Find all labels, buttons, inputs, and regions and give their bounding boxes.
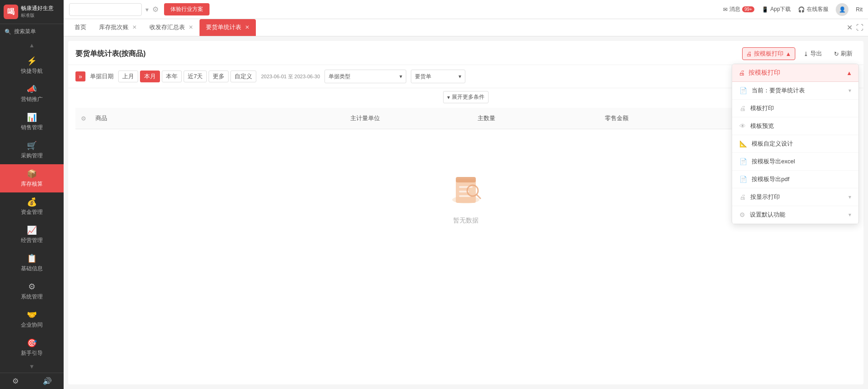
dropdown-display-print-label: 按显示打印 <box>750 193 780 201</box>
date-btn-this-year[interactable]: 本年 <box>162 71 182 82</box>
sidebar-item-purchase[interactable]: 🛒 采购管理 <box>0 136 64 164</box>
chevron-down-icon: ▾ <box>447 94 450 101</box>
date-btn-custom[interactable]: 自定义 <box>230 71 256 82</box>
headset-icon: 🎧 <box>798 6 805 13</box>
tab-batch-account[interactable]: 库存批次账 ✕ <box>93 19 143 36</box>
sidebar-item-inventory[interactable]: 📦 库存核算 <box>0 164 64 192</box>
goods-filter-select[interactable]: 要货单 ▾ <box>411 70 465 83</box>
sidebar-item-collab[interactable]: 🤝 企业协同 <box>0 305 64 333</box>
sidebar-item-label: 系统管理 <box>21 293 43 301</box>
tab-close-batch-account[interactable]: ✕ <box>132 24 137 30</box>
dropdown-template-print-item[interactable]: 🖨 模板打印 <box>732 100 858 117</box>
print-btn[interactable]: 🖨 按模板打印 ▲ <box>742 47 795 60</box>
date-filter-label: 单据日期 <box>90 72 114 81</box>
date-selector: 上月 本月 本年 近7天 更多 自定义 <box>118 71 256 82</box>
sidebar-item-label: 基础信息 <box>21 265 43 273</box>
dropdown-template-design-item[interactable]: 📐 模板自定义设计 <box>732 135 858 153</box>
dropdown-current-chevron: ▾ <box>848 87 851 94</box>
sidebar-item-basic[interactable]: 📋 基础信息 <box>0 249 64 277</box>
expand-more-btn[interactable]: ▾ 展开更多条件 <box>443 91 489 103</box>
empty-text: 暂无数据 <box>453 217 479 225</box>
dropdown-current-item[interactable]: 📄 当前：要货单统计表 ▾ <box>732 82 858 100</box>
tab-close-all-icon[interactable]: ✕ <box>847 23 853 32</box>
avatar[interactable]: 👤 <box>836 3 848 16</box>
trial-btn[interactable]: 体验行业方案 <box>164 3 210 15</box>
topbar-search-input[interactable] <box>69 3 142 16</box>
app-subtitle: 标准版 <box>21 12 54 19</box>
table-col-unit: 主计量单位 <box>347 112 474 124</box>
sidebar-item-operation[interactable]: 📈 经营管理 <box>0 221 64 249</box>
user-name[interactable]: Rit <box>856 6 863 13</box>
scroll-up-btn[interactable]: ▲ <box>0 40 64 51</box>
dropdown-template-excel-item[interactable]: 📄 按模板导出excel <box>732 153 858 171</box>
tab-close-order-stats[interactable]: ✕ <box>245 24 249 30</box>
date-btn-last-month[interactable]: 上月 <box>118 71 138 82</box>
marketing-icon: 📣 <box>27 84 37 94</box>
dropdown-set-default-chevron: ▾ <box>848 212 851 218</box>
app-download-action[interactable]: 📱 App下载 <box>762 5 791 13</box>
date-btn-more[interactable]: 更多 <box>209 71 229 82</box>
sidebar-bottom: ⚙ 🔊 <box>0 373 64 389</box>
filter-expand-btn[interactable]: » <box>75 71 85 81</box>
dropdown-template-pdf-item[interactable]: 📄 按模板导出pdf <box>732 171 858 188</box>
sidebar-item-label: 新手引导 <box>21 349 43 357</box>
sidebar: 喝 畅康通好生意 标准版 🔍 搜索菜单 ▲ ⚡ 快捷导航 📣 营销推广 📊 销售… <box>0 0 64 389</box>
svg-point-7 <box>469 187 476 194</box>
tab-expand-icon[interactable]: ⛶ <box>856 24 863 32</box>
topbar: ▾ ⚙ 体验行业方案 ✉ 消息 99+ 📱 App下载 🎧 在线客服 👤 Rit <box>64 0 868 19</box>
avatar-icon: 👤 <box>839 6 846 13</box>
inventory-icon: 📦 <box>27 169 37 179</box>
sidebar-item-marketing[interactable]: 📣 营销推广 <box>0 80 64 108</box>
print-dropdown-popup: 🖨 按模板打印 ▲ 📄 当前：要货单统计表 ▾ 🖨 模板打印 👁 模板预览 📐 <box>732 64 859 224</box>
online-service-label: 在线客服 <box>807 5 828 13</box>
dropdown-current-label: 当前：要货单统计表 <box>752 86 805 95</box>
date-btn-last-7-days[interactable]: 近7天 <box>184 71 207 82</box>
app-download-icon: 📱 <box>762 6 768 13</box>
message-action[interactable]: ✉ 消息 99+ <box>723 5 754 13</box>
sidebar-item-label: 快捷导航 <box>21 67 43 75</box>
sidebar-item-sales[interactable]: 📊 销售管理 <box>0 108 64 136</box>
topbar-settings-icon[interactable]: ⚙ <box>152 5 159 14</box>
tab-home[interactable]: 首页 <box>68 19 93 36</box>
print-btn-label: 按模板打印 <box>754 50 783 58</box>
dropdown-template-design-icon: 📐 <box>739 140 747 147</box>
sound-bottom-icon[interactable]: 🔊 <box>43 377 52 385</box>
dropdown-print-icon: 🖨 <box>738 69 745 76</box>
settings-bottom-icon[interactable]: ⚙ <box>12 377 19 385</box>
dropdown-display-print-item[interactable]: 🖨 按显示打印 ▾ <box>732 188 858 206</box>
topbar-search-dropdown-icon[interactable]: ▾ <box>145 6 149 13</box>
app-logo: 喝 畅康通好生意 标准版 <box>0 0 64 24</box>
export-icon: ⤓ <box>803 51 808 57</box>
sidebar-item-system[interactable]: ⚙ 系统管理 <box>0 277 64 305</box>
page-title: 要货单统计表(按商品) <box>75 49 146 59</box>
dropdown-set-default-item[interactable]: ⚙ 设置默认功能 ▾ <box>732 206 858 224</box>
table-settings-icon[interactable]: ⚙ <box>75 112 92 124</box>
dropdown-close-chevron[interactable]: ▲ <box>846 70 852 76</box>
page-header: 要货单统计表(按商品) 🖨 按模板打印 ▲ ⤓ 导出 ↻ 刷新 <box>68 41 863 65</box>
sidebar-item-label: 营销推广 <box>21 96 43 103</box>
dropdown-template-excel-label: 按模板导出excel <box>752 157 795 166</box>
print-icon: 🖨 <box>746 51 752 57</box>
svg-rect-3 <box>459 186 473 188</box>
order-stats-tab-label: 要货单统计表 <box>206 23 241 31</box>
tab-order-stats[interactable]: 要货单统计表 ✕ <box>200 19 256 36</box>
dropdown-template-preview-item[interactable]: 👁 模板预览 <box>732 117 858 135</box>
receipt-summary-tab-label: 收发存汇总表 <box>150 23 185 31</box>
print-chevron-up-icon: ▲ <box>785 51 791 57</box>
export-btn[interactable]: ⤓ 导出 <box>800 48 826 60</box>
logo-icon: 喝 <box>4 5 18 19</box>
refresh-btn[interactable]: ↻ 刷新 <box>830 48 856 60</box>
scroll-down-btn[interactable]: ▼ <box>0 361 64 372</box>
date-btn-this-month[interactable]: 本月 <box>140 71 160 82</box>
type-filter-select[interactable]: 单据类型 ▾ <box>324 70 406 83</box>
type-filter-chevron: ▾ <box>399 73 402 80</box>
date-range-text: 2023-06-01 至 2023-06-30 <box>261 73 320 80</box>
sidebar-search[interactable]: 🔍 搜索菜单 <box>0 24 64 39</box>
tab-close-receipt-summary[interactable]: ✕ <box>189 24 193 30</box>
sidebar-item-guide[interactable]: 🎯 新手引导 <box>0 333 64 360</box>
online-service-action[interactable]: 🎧 在线客服 <box>798 5 828 13</box>
sidebar-item-finance[interactable]: 💰 资金管理 <box>0 192 64 221</box>
export-btn-label: 导出 <box>810 50 822 58</box>
sidebar-item-shortcuts[interactable]: ⚡ 快捷导航 <box>0 51 64 80</box>
tab-receipt-summary[interactable]: 收发存汇总表 ✕ <box>143 19 200 36</box>
